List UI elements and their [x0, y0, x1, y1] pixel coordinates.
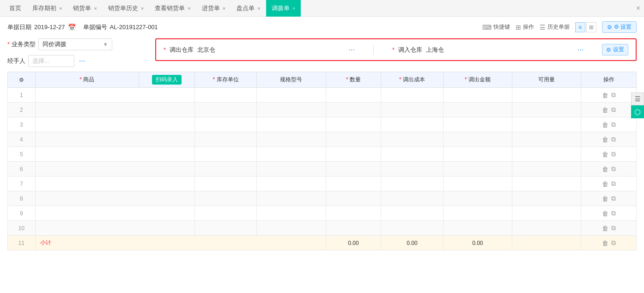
tab-transfer-order[interactable]: 调拨单 ×: [266, 0, 301, 17]
product-cell[interactable]: [35, 206, 194, 221]
spec-cell: [257, 177, 326, 191]
copy-icon[interactable]: ⧉: [611, 106, 616, 114]
tab-sales-history[interactable]: 销货单历史 ×: [103, 0, 149, 17]
right-actions: ⌨ 快捷键 ⊞ 操作 ☰ 历史单据 ≡ ⊞ ⚙ ⚙ 设置: [482, 21, 637, 33]
cost-cell: [381, 191, 443, 206]
doc-number-value: AL-20191227-001: [110, 24, 158, 31]
tab-view-sales[interactable]: 查看销货单 ×: [149, 0, 196, 17]
cost-cell: [381, 132, 443, 147]
tab-close-icon[interactable]: ×: [223, 6, 225, 11]
unit-cell: [194, 162, 256, 177]
delete-icon[interactable]: 🗑: [602, 195, 608, 202]
view-toggle-list[interactable]: ≡: [575, 22, 585, 32]
agent-input[interactable]: 选择...: [28, 55, 74, 67]
product-cell[interactable]: [35, 162, 194, 177]
tab-close-icon[interactable]: ×: [257, 6, 260, 11]
delete-icon[interactable]: 🗑: [602, 151, 608, 158]
warehouse-in-more-icon[interactable]: ···: [577, 46, 583, 54]
delete-icon[interactable]: 🗑: [602, 92, 608, 99]
copy-icon[interactable]: ⧉: [611, 180, 616, 188]
qty-cell[interactable]: [326, 132, 381, 147]
tab-label: 库存期初: [32, 4, 56, 12]
tab-close-icon[interactable]: ×: [141, 6, 144, 11]
scan-button[interactable]: 扫码录入: [152, 75, 182, 85]
warehouse-settings-button[interactable]: ⚙ 设置: [602, 44, 628, 55]
delete-icon[interactable]: 🗑: [602, 165, 608, 173]
ops-cell: 🗑 ⧉: [581, 132, 637, 147]
tab-purchase-order[interactable]: 进货单 ×: [196, 0, 231, 17]
product-cell[interactable]: [35, 103, 194, 117]
tab-home[interactable]: 首页: [4, 0, 27, 17]
unit-cell: [194, 88, 256, 103]
warehouse-out-more-icon[interactable]: ···: [349, 46, 355, 54]
delete-icon[interactable]: 🗑: [602, 180, 608, 188]
product-cell[interactable]: [35, 191, 194, 206]
history-button[interactable]: ☰ 历史单据: [540, 23, 570, 31]
qty-cell[interactable]: [326, 177, 381, 191]
avail-cell: [512, 103, 581, 117]
agent-more-icon[interactable]: ···: [79, 57, 85, 65]
copy-icon[interactable]: ⧉: [611, 91, 616, 99]
settings-button[interactable]: ⚙ ⚙ 设置: [602, 21, 637, 33]
copy-icon[interactable]: ⧉: [611, 209, 616, 217]
tab-inventory-init[interactable]: 库存期初 ×: [27, 0, 67, 17]
side-list-button[interactable]: ☰: [631, 92, 644, 105]
main-content: 单据日期 2019-12-27 📅 单据编号 AL-20191227-001 ⌨…: [0, 17, 644, 255]
tab-label: 调拨单: [272, 4, 290, 12]
delete-icon[interactable]: 🗑: [602, 239, 608, 247]
copy-icon[interactable]: ⧉: [611, 150, 616, 158]
qty-cell[interactable]: [326, 206, 381, 221]
close-window-button[interactable]: ×: [636, 4, 640, 12]
copy-icon[interactable]: ⧉: [611, 135, 616, 143]
th-qty: * 数量: [326, 72, 381, 88]
view-toggle-grid[interactable]: ⊞: [586, 22, 596, 32]
row-num-cell: 7: [8, 177, 36, 191]
qty-cell[interactable]: [326, 162, 381, 177]
qty-cell[interactable]: [326, 191, 381, 206]
side-export-button[interactable]: ⬡: [631, 105, 644, 118]
product-cell[interactable]: [35, 88, 194, 103]
product-cell[interactable]: [35, 132, 194, 147]
tab-sales-order[interactable]: 销货单 ×: [67, 0, 102, 17]
product-cell[interactable]: [35, 147, 194, 162]
avail-cell: [512, 162, 581, 177]
qty-cell[interactable]: [326, 221, 381, 236]
delete-icon[interactable]: 🗑: [602, 121, 608, 128]
qty-cell[interactable]: [326, 103, 381, 117]
copy-icon[interactable]: ⧉: [611, 195, 616, 202]
delete-icon[interactable]: 🗑: [602, 106, 608, 114]
product-cell[interactable]: [35, 177, 194, 191]
operation-button[interactable]: ⊞ 操作: [516, 23, 534, 31]
shortcut-button[interactable]: ⌨ 快捷键: [482, 23, 510, 31]
copy-icon[interactable]: ⧉: [611, 239, 616, 247]
th-gear[interactable]: ⚙: [8, 72, 36, 88]
delete-icon[interactable]: 🗑: [602, 136, 608, 143]
data-table: ⚙ * 商品 扫码录入 * 库存单位 规格型号: [7, 72, 637, 250]
copy-icon[interactable]: ⧉: [611, 224, 616, 232]
calendar-icon[interactable]: 📅: [68, 24, 76, 31]
business-type-select[interactable]: 同价调拨 ▼: [38, 38, 112, 50]
qty-cell[interactable]: [326, 117, 381, 132]
tab-close-icon[interactable]: ×: [94, 6, 97, 11]
qty-cell[interactable]: [326, 88, 381, 103]
product-cell[interactable]: [35, 221, 194, 236]
product-cell[interactable]: [35, 117, 194, 132]
delete-icon[interactable]: 🗑: [602, 225, 608, 232]
copy-icon[interactable]: ⧉: [611, 165, 616, 173]
delete-icon[interactable]: 🗑: [602, 210, 608, 217]
avail-cell: [512, 177, 581, 191]
row-num-cell: 10: [8, 221, 36, 236]
tab-inventory-check[interactable]: 盘点单 ×: [231, 0, 266, 17]
copy-icon[interactable]: ⧉: [611, 121, 616, 128]
tab-close-icon[interactable]: ×: [188, 6, 190, 11]
cost-cell: [381, 117, 443, 132]
row-num-cell: 3: [8, 117, 36, 132]
gear-header-icon: ⚙: [19, 77, 24, 83]
row-num-cell: 8: [8, 191, 36, 206]
tab-close-icon[interactable]: ×: [59, 6, 62, 11]
doc-number-item: 单据编号 AL-20191227-001: [83, 23, 158, 31]
qty-cell[interactable]: [326, 147, 381, 162]
tab-close-icon[interactable]: ×: [292, 6, 295, 11]
table-row: 11 小计 0.00 0.00 0.00 🗑 ⧉: [8, 236, 637, 250]
row-num-cell: 1: [8, 88, 36, 103]
